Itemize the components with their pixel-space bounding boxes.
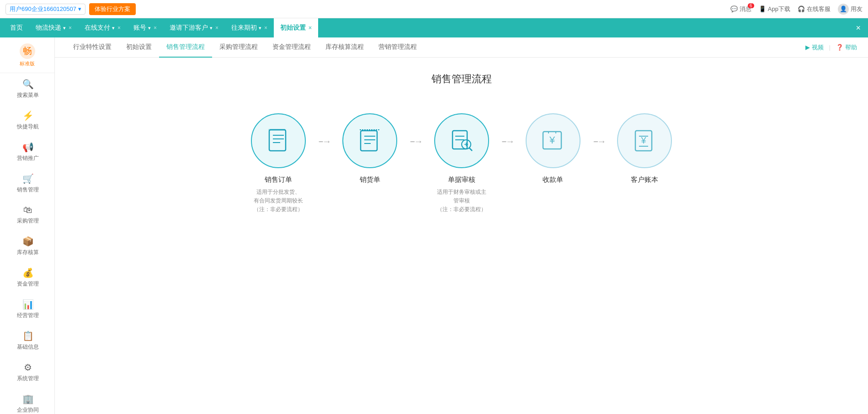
sub-tab-marketing-flow[interactable]: 营销管理流程 <box>371 37 424 58</box>
flow-diagram: 销售订单 适用于分批发货、有合同发货周期较长（注：非必要流程） - - → <box>73 113 850 214</box>
trial-button[interactable]: 体验行业方案 <box>89 3 136 15</box>
sub-tab-purchase-flow[interactable]: 采购管理流程 <box>212 37 265 58</box>
quick-icon: ⚡ <box>22 110 34 121</box>
system-icon: ⚙ <box>24 362 32 373</box>
sub-tab-marketing-flow-label: 营销管理流程 <box>378 43 417 50</box>
tab-invite-arrow: ▾ <box>210 25 213 31</box>
tab-account-close[interactable]: × <box>154 25 157 31</box>
nav-close-button[interactable]: × <box>852 23 864 33</box>
tab-period-arrow: ▾ <box>259 25 261 31</box>
headset-icon: 🎧 <box>798 5 805 12</box>
top-bar-left: 用户690企业1660120507 ▾ 体验行业方案 <box>5 3 136 15</box>
sidebar-item-enterprise[interactable]: 🏢 企业协同 <box>0 388 54 414</box>
purchase-icon: 🛍 <box>23 205 32 215</box>
sub-tab-sales-flow[interactable]: 销售管理流程 <box>159 37 212 58</box>
tab-payment-arrow: ▾ <box>112 25 115 31</box>
content-area: 行业特性设置 初始设置 销售管理流程 采购管理流程 资金管理流程 库存核算流程 … <box>55 37 868 414</box>
sidebar-item-system[interactable]: ⚙ 系统管理 <box>0 356 54 388</box>
dropdown-icon: ▾ <box>78 5 81 12</box>
user-label: 用户690企业1660120507 <box>10 5 76 13</box>
tab-period[interactable]: 往来期初 ▾ × <box>225 18 274 37</box>
sidebar-operation-label: 经营管理 <box>17 312 39 319</box>
service-item[interactable]: 🎧 在线客服 <box>798 5 831 13</box>
sidebar-item-basic[interactable]: 📋 基础信息 <box>0 325 54 356</box>
service-label: 在线客服 <box>807 5 831 13</box>
sidebar-search-label: 搜索菜单 <box>17 91 39 99</box>
sidebar-purchase-label: 采购管理 <box>17 217 39 225</box>
sidebar-item-sales[interactable]: 🛒 销售管理 <box>0 168 54 199</box>
main-layout: 畅 标准版 🔍 搜索菜单 ⚡ 快捷导航 📢 营销推广 🛒 销售管理 🛍 采购管理… <box>0 37 868 414</box>
sales-order-name: 销售订单 <box>265 175 292 184</box>
receipt-circle[interactable]: ¥ <box>526 113 580 168</box>
sidebar-system-label: 系统管理 <box>17 375 39 382</box>
flow-arrow-2: - - → <box>410 113 421 147</box>
sales-order-circle[interactable] <box>251 113 306 168</box>
sales-invoice-circle[interactable] <box>342 113 397 168</box>
svg-rect-7 <box>361 131 377 151</box>
sub-tab-init[interactable]: 初始设置 <box>119 37 159 58</box>
receipt-name: 收款单 <box>543 175 563 184</box>
sub-tab-finance-flow[interactable]: 资金管理流程 <box>265 37 318 58</box>
tab-home-label: 首页 <box>10 24 23 32</box>
help-icon: ❓ <box>836 44 843 51</box>
tab-init[interactable]: 初始设置 × <box>274 18 318 37</box>
tab-payment-label: 在线支付 <box>85 24 110 32</box>
tab-invite-label: 邀请下游客户 <box>170 24 208 32</box>
sidebar-item-purchase[interactable]: 🛍 采购管理 <box>0 199 54 230</box>
user-avatar-item[interactable]: 👤 用友 <box>838 4 863 15</box>
avatar-icon: 👤 <box>840 5 847 12</box>
tab-period-close[interactable]: × <box>264 25 267 31</box>
app-label: App下载 <box>768 5 790 13</box>
sidebar-finance-label: 资金管理 <box>17 280 39 288</box>
tab-invite-close[interactable]: × <box>215 25 218 31</box>
sidebar-item-inventory[interactable]: 📦 库存核算 <box>0 230 54 262</box>
user-name: 用友 <box>851 5 863 13</box>
sub-tab-industry[interactable]: 行业特性设置 <box>66 37 119 58</box>
flow-step-receipt: ¥ 收款单 <box>517 113 590 188</box>
tab-invite[interactable]: 邀请下游客户 ▾ × <box>163 18 225 37</box>
tab-payment-close[interactable]: × <box>117 25 121 31</box>
message-icon-item[interactable]: 💬 消息 6 <box>730 5 751 13</box>
message-icon: 💬 <box>730 5 738 12</box>
video-action[interactable]: ▶ 视频 <box>805 43 824 52</box>
sidebar: 畅 标准版 🔍 搜索菜单 ⚡ 快捷导航 📢 营销推广 🛒 销售管理 🛍 采购管理… <box>0 37 55 414</box>
inventory-icon: 📦 <box>22 236 34 247</box>
tab-period-label: 往来期初 <box>231 24 257 32</box>
tab-payment[interactable]: 在线支付 ▾ × <box>78 18 127 37</box>
tab-init-close[interactable]: × <box>309 25 312 31</box>
tab-logistics-arrow: ▾ <box>63 25 66 31</box>
user-select[interactable]: 用户690企业1660120507 ▾ <box>5 4 85 15</box>
sidebar-item-search[interactable]: 🔍 搜索菜单 <box>0 73 54 105</box>
flow-step-sales-invoice: 销货单 <box>333 113 406 188</box>
tab-home[interactable]: 首页 <box>4 18 29 37</box>
help-action[interactable]: ❓ 帮助 <box>836 43 857 52</box>
svg-line-15 <box>469 148 472 151</box>
sub-tab-purchase-flow-label: 采购管理流程 <box>219 43 258 50</box>
flow-content: 销售管理流程 销售订单 适用于分批发货、有合同发货周期较长（ <box>55 58 868 229</box>
customer-account-circle[interactable]: ¥ <box>617 113 672 168</box>
sidebar-item-marketing[interactable]: 📢 营销推广 <box>0 136 54 168</box>
tab-logistics[interactable]: 物流快递 ▾ × <box>29 18 78 37</box>
help-label: 帮助 <box>845 43 857 52</box>
sidebar-item-quick[interactable]: ⚡ 快捷导航 <box>0 105 54 136</box>
svg-rect-6 <box>268 129 286 131</box>
operation-icon: 📊 <box>22 299 34 310</box>
tab-account[interactable]: 账号 ▾ × <box>127 18 163 37</box>
enterprise-icon: 🏢 <box>22 393 34 404</box>
sidebar-logo: 畅 标准版 <box>0 37 54 73</box>
flow-arrow-3: - - → <box>502 113 513 147</box>
tab-init-label: 初始设置 <box>280 24 306 32</box>
message-badge: 6 <box>748 3 754 8</box>
app-download-item[interactable]: 📱 App下载 <box>759 5 790 13</box>
tab-logistics-close[interactable]: × <box>69 25 72 31</box>
sub-tab-init-label: 初始设置 <box>126 43 152 50</box>
sidebar-basic-label: 基础信息 <box>17 343 39 351</box>
sidebar-quick-label: 快捷导航 <box>17 123 39 131</box>
audit-circle[interactable] <box>434 113 489 168</box>
sidebar-item-finance[interactable]: 💰 资金管理 <box>0 262 54 293</box>
svg-text:¥: ¥ <box>549 134 555 146</box>
sidebar-item-operation[interactable]: 📊 经营管理 <box>0 293 54 325</box>
svg-text:畅: 畅 <box>23 46 32 56</box>
flow-step-audit: 单据审核 适用于财务审核或主管审核（注：非必要流程） <box>425 113 498 214</box>
sub-tab-inventory-flow[interactable]: 库存核算流程 <box>318 37 371 58</box>
